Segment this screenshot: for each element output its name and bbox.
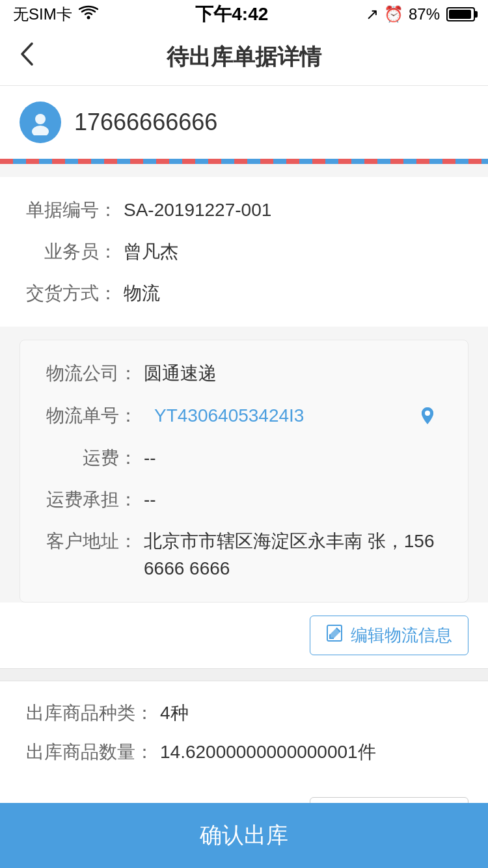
freight-bearer-row: 运费承担： -- (46, 486, 442, 513)
page-title: 待出库单据详情 (167, 42, 321, 72)
edit-logistics-button[interactable]: 编辑物流信息 (310, 616, 468, 655)
status-left: 无SIM卡 (13, 4, 98, 25)
order-info-section: 单据编号： SA-20191227-001 业务员： 曾凡杰 交货方式： 物流 (0, 177, 488, 327)
order-no-row: 单据编号： SA-20191227-001 (26, 197, 462, 224)
freight-bearer-value: -- (144, 486, 442, 513)
tracking-no-value: YT43064053424I3 (154, 402, 403, 429)
edit-icon (326, 624, 344, 647)
logistics-card: 物流公司： 圆通速递 物流单号： YT43064053424I3 运费： -- … (20, 340, 468, 603)
goods-types-row: 出库商品种类： 4种 (26, 701, 462, 726)
svg-point-4 (425, 411, 430, 416)
goods-section: 出库商品种类： 4种 出库商品数量： 14.62000000000000001件 (0, 681, 488, 784)
freight-row: 运费： -- (46, 444, 442, 472)
location-icon: ↗ (366, 5, 379, 23)
bottom-button-wrap: 确认出库 (0, 803, 488, 868)
edit-btn-wrap: 编辑物流信息 (0, 603, 488, 668)
salesperson-value: 曾凡杰 (124, 238, 462, 265)
goods-quantity-row: 出库商品数量： 14.62000000000000001件 (26, 740, 462, 765)
freight-bearer-label: 运费承担： (46, 486, 137, 513)
address-value: 北京市市辖区海淀区永丰南 张，156 6666 6666 (144, 528, 442, 582)
status-time: 下午4:42 (195, 2, 268, 27)
battery-label: 87% (409, 5, 440, 23)
freight-value: -- (144, 444, 442, 472)
carrier-label: 无SIM卡 (13, 4, 72, 25)
goods-quantity-value: 14.62000000000000001件 (160, 740, 462, 765)
nav-bar: 待出库单据详情 (0, 29, 488, 86)
tracking-no-row: 物流单号： YT43064053424I3 (46, 401, 442, 430)
salesperson-label: 业务员： (26, 238, 117, 265)
logistics-company-label: 物流公司： (46, 360, 137, 387)
svg-point-1 (35, 114, 46, 124)
confirm-label: 确认出库 (200, 821, 288, 850)
logistics-company-value: 圆通速递 (144, 360, 442, 387)
customer-phone: 17666666666 (74, 109, 217, 136)
salesperson-row: 业务员： 曾凡杰 (26, 238, 462, 265)
section-separator (0, 668, 488, 681)
delivery-method-row: 交货方式： 物流 (26, 280, 462, 307)
goods-quantity-label: 出库商品数量： (26, 740, 154, 765)
edit-logistics-label: 编辑物流信息 (351, 624, 452, 647)
customer-header: 17666666666 (0, 86, 488, 159)
status-right: ↗ ⏰ 87% (366, 5, 475, 23)
svg-point-2 (32, 126, 49, 135)
dashed-divider (0, 159, 488, 164)
address-row: 客户地址： 北京市市辖区海淀区永丰南 张，156 6666 6666 (46, 528, 442, 582)
goods-types-label: 出库商品种类： (26, 701, 154, 726)
battery-icon (446, 7, 475, 21)
order-no-value: SA-20191227-001 (124, 197, 462, 224)
delivery-method-value: 物流 (124, 280, 462, 307)
tracking-no-label: 物流单号： (46, 402, 137, 429)
svg-point-0 (87, 16, 90, 20)
back-button[interactable] (20, 42, 34, 72)
wifi-icon (79, 5, 98, 23)
avatar (20, 102, 61, 143)
status-bar: 无SIM卡 下午4:42 ↗ ⏰ 87% (0, 0, 488, 29)
location-pin-icon[interactable] (413, 401, 442, 430)
address-label: 客户地址： (46, 528, 137, 555)
freight-label: 运费： (46, 444, 137, 472)
logistics-company-row: 物流公司： 圆通速递 (46, 360, 442, 387)
confirm-button[interactable]: 确认出库 (0, 803, 488, 868)
delivery-method-label: 交货方式： (26, 280, 117, 307)
goods-types-value: 4种 (160, 701, 462, 726)
order-no-label: 单据编号： (26, 197, 117, 224)
alarm-icon: ⏰ (384, 5, 403, 23)
